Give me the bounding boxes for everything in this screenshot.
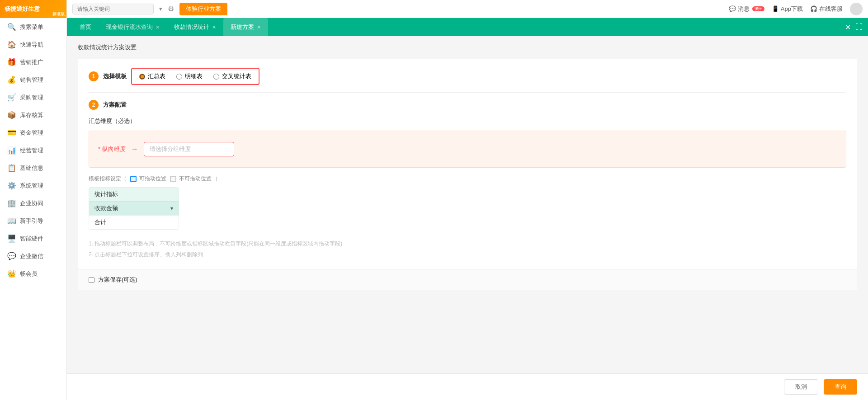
- divider-1: [89, 92, 846, 93]
- page-title: 收款情况统计方案设置: [78, 43, 857, 52]
- sidebar-item-operation[interactable]: 📊 经营管理: [0, 141, 66, 159]
- tab-home-label: 首页: [80, 23, 91, 31]
- sidebar-label-purchase: 采购管理: [20, 94, 43, 102]
- message-icon: 💬: [729, 5, 736, 12]
- chat-icon: 💬: [7, 252, 16, 260]
- sidebar-item-hardware[interactable]: 🖥️ 智能硬件: [0, 230, 66, 247]
- search-icon: 🔍: [7, 23, 16, 31]
- tab-payment[interactable]: 收款情况统计 ✕: [167, 18, 223, 36]
- tip2-text: 2. 点击标题栏下拉可设置排序、插入列和删除列: [89, 251, 203, 258]
- app-label: App下载: [781, 5, 803, 13]
- vertical-dimension-label: * 纵向维度: [98, 145, 126, 153]
- radio-detail-input[interactable]: [176, 74, 182, 80]
- tab-payment-close[interactable]: ✕: [212, 24, 216, 30]
- tab-new-plan[interactable]: 新建方案 ✕: [223, 18, 268, 36]
- metrics-dropdown-icon[interactable]: ▾: [170, 205, 173, 212]
- sidebar-item-marketing[interactable]: 🎁 营销推广: [0, 53, 66, 71]
- user-avatar[interactable]: [850, 3, 863, 15]
- tab-cashflow[interactable]: 现金银行流水查询 ✕: [99, 18, 167, 36]
- sidebar-label-guide: 新手引导: [20, 217, 43, 225]
- sidebar-item-finance[interactable]: 💳 资金管理: [0, 124, 66, 141]
- template-selector: 汇总表 明细表 交叉统计表: [131, 68, 259, 85]
- tab-home[interactable]: 首页: [72, 18, 99, 36]
- radio-cross-label: 交叉统计表: [222, 72, 251, 80]
- sidebar-item-wechat[interactable]: 💬 企业微信: [0, 247, 66, 265]
- step1-label: 选择模板: [103, 72, 127, 80]
- dimension-section-label: 汇总维度（必选）: [89, 117, 846, 125]
- settings-icon: ⚙️: [7, 181, 16, 190]
- metrics-header: 统计指标: [89, 188, 179, 202]
- clipboard-icon: 📋: [7, 164, 16, 172]
- sidebar-item-purchase[interactable]: 🛒 采购管理: [0, 89, 66, 106]
- sidebar-item-search[interactable]: 🔍 搜索菜单: [0, 18, 66, 36]
- topbar: ▾ ⚙ 体验行业方案 💬 消息 99+ 📱 App下载 🎧 在线客服: [67, 0, 868, 18]
- window-maximize-icon[interactable]: ⛶: [855, 23, 863, 32]
- dimension-area: * 纵向维度 → 请选择分组维度: [89, 131, 846, 168]
- book-icon: 📖: [7, 216, 16, 225]
- sidebar-label-enterprise: 企业协同: [20, 199, 43, 207]
- sidebar-item-quicknav[interactable]: 🏠 快速导航: [0, 36, 66, 53]
- sidebar-item-guide[interactable]: 📖 新手引导: [0, 212, 66, 230]
- sidebar: 畅捷通好生意 标准版 🔍 搜索菜单 🏠 快速导航 🎁 营销推广 💰 销售管理 🛒…: [0, 0, 67, 400]
- sidebar-logo: 畅捷通好生意 标准版: [0, 0, 66, 18]
- sidebar-label-finance: 资金管理: [20, 129, 43, 137]
- sidebar-item-inventory[interactable]: 📦 库存核算: [0, 106, 66, 124]
- messages-button[interactable]: 💬 消息 99+: [729, 5, 764, 13]
- tab-cashflow-label: 现金银行流水查询: [106, 23, 153, 31]
- sidebar-item-sales[interactable]: 💰 销售管理: [0, 71, 66, 89]
- tab-cashflow-close[interactable]: ✕: [156, 24, 160, 30]
- sidebar-label-basic: 基础信息: [20, 164, 43, 172]
- logo-edition: 标准版: [52, 11, 65, 17]
- footer-bar: 取消 查询: [67, 373, 868, 400]
- sidebar-item-member[interactable]: 👑 畅会员: [0, 265, 66, 282]
- tab-new-plan-label: 新建方案: [231, 23, 254, 31]
- search-dropdown-icon[interactable]: ▾: [159, 5, 162, 12]
- save-checkbox[interactable]: [89, 277, 94, 283]
- message-label: 消息: [738, 5, 750, 13]
- service-button[interactable]: 🎧 在线客服: [810, 5, 843, 13]
- cart-icon: 🛒: [7, 93, 16, 102]
- app-download-button[interactable]: 📱 App下载: [772, 5, 803, 13]
- radio-detail[interactable]: 明细表: [176, 72, 203, 80]
- query-button[interactable]: 查询: [824, 379, 857, 395]
- gift-icon: 🎁: [7, 58, 16, 66]
- sidebar-label-member: 畅会员: [20, 270, 38, 278]
- metrics-section-suffix: ）: [215, 175, 221, 183]
- tab-payment-label: 收款情况统计: [174, 23, 209, 31]
- save-label: 方案保存(可选): [98, 276, 137, 284]
- radio-cross-input[interactable]: [213, 74, 219, 80]
- settings-card: 1 选择模板 汇总表 明细表 交叉统计表: [78, 59, 857, 269]
- metrics-subtotal: 合计: [89, 215, 179, 229]
- radio-summary-label: 汇总表: [148, 72, 165, 80]
- radio-detail-label: 明细表: [185, 72, 203, 80]
- dimension-arrow: →: [131, 145, 138, 153]
- step2-number: 2: [89, 100, 99, 110]
- radio-cross[interactable]: 交叉统计表: [213, 72, 251, 80]
- chart-icon: 📊: [7, 146, 16, 155]
- legend-fixed-label: 不可拖动位置: [179, 175, 212, 183]
- radio-summary[interactable]: 汇总表: [139, 72, 165, 80]
- service-label: 在线客服: [819, 5, 843, 13]
- crown-icon: 👑: [7, 269, 16, 278]
- vertical-dimension-row: * 纵向维度 → 请选择分组维度: [98, 142, 234, 156]
- radio-summary-input[interactable]: [139, 74, 145, 80]
- metrics-table: 统计指标 收款金额 ▾ 合计: [89, 187, 179, 230]
- metrics-row-payment[interactable]: 收款金额 ▾: [89, 202, 179, 215]
- sidebar-label-quicknav: 快速导航: [20, 41, 43, 49]
- topbar-right: 💬 消息 99+ 📱 App下载 🎧 在线客服: [729, 3, 863, 15]
- cta-button[interactable]: 体验行业方案: [179, 3, 227, 15]
- cancel-button[interactable]: 取消: [784, 379, 818, 395]
- sidebar-item-enterprise[interactable]: 🏢 企业协同: [0, 194, 66, 212]
- dimension-select[interactable]: 请选择分组维度: [144, 142, 234, 156]
- search-input[interactable]: [72, 4, 154, 14]
- sidebar-item-system[interactable]: ⚙️ 系统管理: [0, 177, 66, 194]
- sidebar-item-basic[interactable]: 📋 基础信息: [0, 159, 66, 177]
- message-badge: 99+: [752, 6, 764, 11]
- tab-new-plan-close[interactable]: ✕: [257, 24, 261, 30]
- window-close-icon[interactable]: ✕: [845, 23, 851, 32]
- service-icon: 🎧: [810, 5, 817, 12]
- gear-icon[interactable]: ⚙: [168, 5, 174, 13]
- step2-header: 2 方案配置: [89, 100, 846, 110]
- money-icon: 💰: [7, 75, 16, 84]
- save-section: 方案保存(可选): [78, 269, 857, 290]
